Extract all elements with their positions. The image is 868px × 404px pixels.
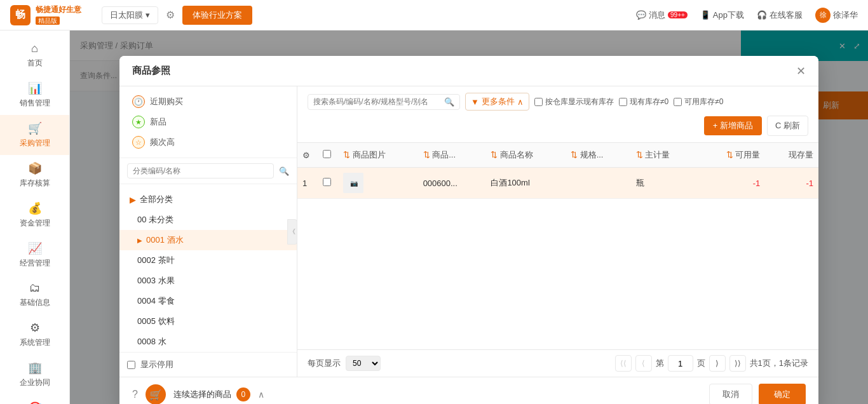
system-icon: ⚙ [30, 321, 40, 335]
sidebar-item-enterprise[interactable]: 🏢 企业协同 [0, 354, 69, 394]
col-spec[interactable]: ⇅ 规格... [566, 143, 631, 168]
frequent-icon: ☆ [132, 136, 145, 149]
sidebar-item-system[interactable]: ⚙ 系统管理 [0, 314, 69, 354]
category-0002[interactable]: 0002 茶叶 [119, 250, 297, 271]
logo-area: 畅 畅捷通好生意 精品版 [10, 4, 86, 25]
row-checkbox-cell[interactable] [318, 168, 338, 199]
category-search-wrap: 🔍 [119, 158, 297, 184]
prev-page-btn[interactable]: ⟨ [635, 355, 652, 372]
row-checkbox[interactable] [323, 178, 331, 186]
col-available[interactable]: ⇅ 可用量 [698, 143, 765, 168]
sidebar-item-home[interactable]: ⌂ 首页 [0, 36, 69, 75]
sidebar-item-basics[interactable]: 🗂 基础信息 [0, 275, 69, 314]
category-0005[interactable]: 0005 饮料 [119, 311, 297, 332]
last-page-btn[interactable]: ⟩⟩ [729, 355, 746, 372]
category-0001[interactable]: ▶ 0001 酒水 [119, 230, 297, 250]
sidebar-item-operations[interactable]: 📈 经营管理 [0, 235, 69, 275]
search-icon[interactable]: 🔍 [444, 97, 454, 107]
category-0008[interactable]: 0008 水 [119, 332, 297, 352]
sidebar-item-purchase[interactable]: 🛒 采购管理 [0, 115, 69, 155]
message-badge: 99++ [668, 11, 688, 18]
pagination-right: ⟨⟨ ⟨ 第 1 页 ⟩ ⟩⟩ 共1页，1条记录 [615, 355, 808, 372]
svg-text:📷: 📷 [350, 179, 358, 187]
col-unit[interactable]: ⇅ 主计量 [631, 143, 698, 168]
next-page-btn[interactable]: ⟩ [709, 355, 726, 372]
modal-footer: ? 🛒 连续选择的商品 0 ∧ 取消 确定 [119, 377, 818, 404]
row-stock: -1 [765, 168, 818, 199]
confirm-btn[interactable]: 确定 [759, 384, 806, 404]
sort-icon: ⇅ [726, 150, 733, 159]
sort-icon: ⇅ [571, 150, 578, 159]
inventory-icon: 📦 [28, 161, 42, 175]
show-disabled-wrap: 显示停用 [119, 352, 297, 377]
collapse-up-btn[interactable]: ∧ [258, 389, 264, 400]
logo-text: 畅捷通好生意 精品版 [36, 4, 81, 25]
quick-recent[interactable]: 🕐 近期购买 [127, 91, 289, 112]
help-icon[interactable]: ? [132, 389, 138, 400]
category-search-input[interactable] [127, 163, 274, 178]
col-settings[interactable]: ⚙ [297, 143, 318, 168]
show-disabled-checkbox[interactable] [127, 361, 135, 369]
sidebar-item-inventory[interactable]: 📦 库存核算 [0, 155, 69, 195]
store-selector[interactable]: 日太阳膜 ▾ [102, 6, 158, 24]
enterprise-icon: 🏢 [28, 361, 42, 375]
settings-icon: ⚙ [302, 151, 310, 160]
settings-icon[interactable]: ⚙ [166, 9, 175, 21]
experience-btn[interactable]: 体验行业方案 [182, 6, 252, 25]
page-num-input[interactable]: 1 [668, 355, 693, 372]
app-download-item[interactable]: 📱 App下载 [700, 10, 744, 21]
col-stock[interactable]: 现存量 [765, 143, 818, 168]
checkbox-usable[interactable] [674, 98, 682, 106]
row-num: 1 [297, 168, 318, 199]
col-name[interactable]: ⇅ 商品名称 [485, 143, 566, 168]
cancel-btn[interactable]: 取消 [709, 384, 752, 404]
collapse-panel-btn[interactable]: 《 [287, 219, 297, 245]
messages-item[interactable]: 💬 消息 99++ [636, 10, 688, 21]
product-search-bar: 🔍 [308, 94, 460, 110]
checkbox-existing-label[interactable]: 现有库存≠0 [619, 97, 668, 107]
row-available: -1 [698, 168, 765, 199]
modal: 商品参照 ✕ 🕐 近期购买 ★ [119, 56, 818, 404]
recent-icon: 🕐 [132, 95, 145, 108]
modal-close-btn[interactable]: ✕ [796, 65, 806, 77]
category-0003[interactable]: 0003 水果 [119, 271, 297, 291]
user-item[interactable]: 徐 徐泽华 [815, 8, 858, 23]
table-row[interactable]: 1 📷 000600... 白酒100ml [297, 168, 818, 199]
row-spec [566, 168, 631, 199]
quick-frequent[interactable]: ☆ 频次高 [127, 132, 289, 152]
sidebar-item-finance[interactable]: 💰 资金管理 [0, 195, 69, 235]
chevron-down-icon: ▾ [146, 10, 150, 20]
filter-btn[interactable]: ▼ 更多条件 ∧ [465, 93, 529, 111]
col-checkbox[interactable] [318, 143, 338, 168]
refresh-btn[interactable]: C 刷新 [767, 116, 808, 136]
select-all-checkbox[interactable] [323, 150, 331, 158]
checkbox-usable-label[interactable]: 可用库存≠0 [674, 97, 723, 107]
category-list: ▶ 全部分类 00 未分类 ▶ 0001 酒水 0002 茶 [119, 184, 297, 352]
user-avatar: 徐 [815, 8, 831, 23]
total-info: 共1页，1条记录 [750, 358, 808, 369]
col-code[interactable]: ⇅ 商品... [418, 143, 486, 168]
page-size-select[interactable]: 50 100 [346, 356, 381, 371]
category-00[interactable]: 00 未分类 [119, 210, 297, 230]
add-product-btn[interactable]: + 新增商品 [704, 116, 762, 135]
sort-icon: ⇅ [343, 150, 350, 159]
online-service-item[interactable]: 🎧 在线客服 [757, 10, 803, 21]
filter-icon: ▼ [471, 97, 479, 107]
checkbox-existing[interactable] [619, 98, 627, 106]
sidebar: ⌂ 首页 📊 销售管理 🛒 采购管理 📦 库存核算 💰 资金管理 📈 经营管理 … [0, 30, 70, 404]
category-all[interactable]: ▶ 全部分类 [119, 189, 297, 210]
quick-new[interactable]: ★ 新品 [127, 112, 289, 132]
sidebar-item-sales[interactable]: 📊 销售管理 [0, 75, 69, 115]
checkbox-stock-label[interactable]: 按仓库显示现有库存 [534, 97, 614, 107]
row-name: 白酒100ml [485, 168, 566, 199]
category-search-icon[interactable]: 🔍 [279, 166, 289, 176]
headset-icon: 🎧 [757, 10, 767, 20]
category-0004[interactable]: 0004 零食 [119, 291, 297, 311]
sort-icon: ⇅ [423, 150, 430, 159]
sidebar-item-guide[interactable]: 🎯 新手引导 [0, 394, 69, 404]
checkbox-stock[interactable] [534, 98, 543, 106]
cart-btn[interactable]: 🛒 [146, 384, 166, 404]
first-page-btn[interactable]: ⟨⟨ [615, 355, 632, 372]
product-search-input[interactable] [313, 97, 440, 106]
operations-icon: 📈 [28, 241, 42, 255]
